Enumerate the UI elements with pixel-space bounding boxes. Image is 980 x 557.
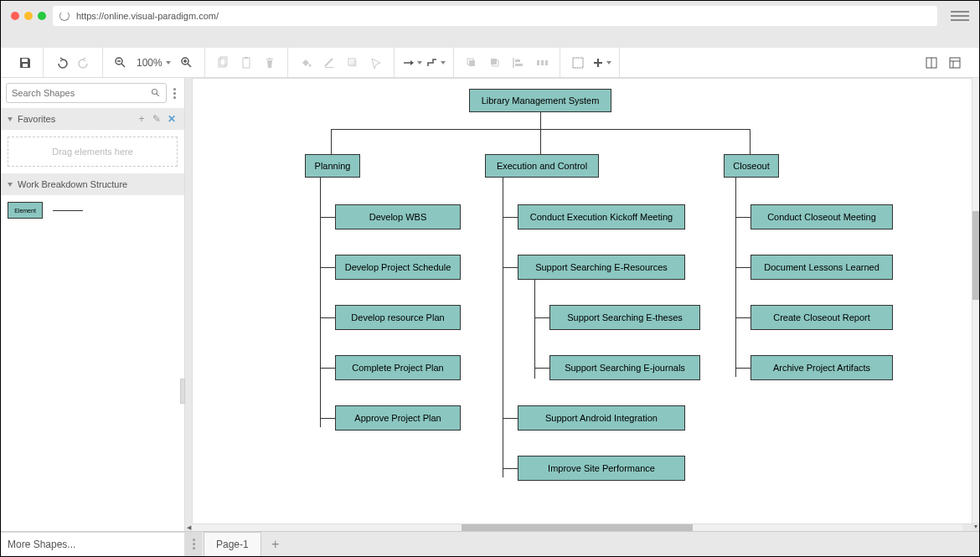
- svg-rect-9: [243, 58, 250, 68]
- url-bar[interactable]: https://online.visual-paradigm.com/: [53, 6, 937, 26]
- wbs-diagram: Library Management System Planning Execu…: [193, 79, 972, 523]
- favorites-drop-zone[interactable]: Drag elements here: [8, 137, 178, 167]
- element-shape[interactable]: Element: [8, 202, 43, 219]
- zoom-in-button[interactable]: [176, 52, 198, 74]
- drop-hint: Drag elements here: [52, 147, 133, 157]
- search-input[interactable]: [12, 88, 151, 98]
- search-options-icon[interactable]: [170, 88, 179, 99]
- node-col3-3[interactable]: Archive Project Artifacts: [750, 355, 893, 380]
- node-execution[interactable]: Execution and Control: [485, 154, 599, 178]
- undo-button[interactable]: [50, 52, 72, 74]
- canvas[interactable]: Library Management System Planning Execu…: [192, 78, 972, 524]
- scroll-down-icon[interactable]: ▼: [972, 523, 979, 529]
- node-closeout[interactable]: Closeout: [724, 154, 779, 178]
- node-col2-0[interactable]: Conduct Execution Kickoff Meeting: [518, 204, 685, 230]
- svg-rect-10: [245, 57, 248, 59]
- wbs-label: Work Breakdown Structure: [18, 179, 127, 189]
- chevron-down-icon: [606, 61, 611, 64]
- reload-icon[interactable]: [59, 11, 70, 21]
- add-button[interactable]: [591, 52, 612, 74]
- collapse-icon: [8, 117, 13, 121]
- toolbar: 100%: [1, 48, 979, 78]
- shadow-button[interactable]: [342, 52, 364, 74]
- hscroll-thumb[interactable]: [462, 524, 693, 531]
- svg-rect-26: [573, 58, 583, 68]
- more-shapes-button[interactable]: More Shapes...: [1, 532, 184, 555]
- minimize-window-icon[interactable]: [24, 12, 33, 20]
- sidebar: Favorites + ✎ ✕ Drag elements here Work …: [1, 78, 185, 531]
- node-col2-sub-0[interactable]: Support Searching E-theses: [549, 305, 700, 330]
- style-button[interactable]: [365, 52, 387, 74]
- chevron-down-icon: [441, 61, 446, 64]
- traffic-lights: [11, 12, 46, 20]
- search-shapes-input[interactable]: [6, 83, 167, 103]
- fill-button[interactable]: [295, 52, 317, 74]
- node-col2-sub-1[interactable]: Support Searching E-journals: [549, 355, 700, 380]
- node-col3-1[interactable]: Document Lessons Learned: [750, 255, 893, 280]
- waypoint-button[interactable]: [425, 52, 446, 74]
- grid-button[interactable]: [567, 52, 589, 74]
- maximize-window-icon[interactable]: [38, 12, 46, 20]
- page-tab-1[interactable]: Page-1: [204, 532, 261, 556]
- edit-favorite-icon[interactable]: ✎: [151, 113, 162, 125]
- node-root[interactable]: Library Management System: [469, 89, 611, 112]
- stroke-button[interactable]: [318, 52, 340, 74]
- vertical-scrollbar[interactable]: ▲ ▼: [972, 78, 979, 523]
- node-col1-0[interactable]: Develop WBS: [335, 204, 461, 230]
- menu-icon[interactable]: [951, 8, 969, 23]
- node-col1-2[interactable]: Develop resource Plan: [335, 305, 461, 330]
- main-area: Favorites + ✎ ✕ Drag elements here Work …: [1, 78, 979, 531]
- app-gap: [1, 31, 979, 48]
- zoom-out-button[interactable]: [110, 52, 132, 74]
- node-col1-3[interactable]: Complete Project Plan: [335, 355, 461, 380]
- node-col1-4[interactable]: Approve Project Plan: [335, 405, 461, 431]
- distribute-button[interactable]: [531, 52, 553, 74]
- node-col2-2[interactable]: Support Android Integration: [518, 405, 685, 431]
- delete-button[interactable]: [259, 52, 281, 74]
- svg-rect-12: [325, 67, 333, 68]
- outline-panel-button[interactable]: [944, 52, 966, 74]
- node-planning[interactable]: Planning: [305, 154, 360, 178]
- svg-line-1: [121, 64, 125, 67]
- search-icon: [151, 88, 161, 98]
- canvas-wrap: Library Management System Planning Execu…: [185, 78, 979, 531]
- node-col2-3[interactable]: Improve Site Performance: [518, 456, 685, 481]
- favorites-section[interactable]: Favorites + ✎ ✕: [1, 108, 184, 130]
- add-favorite-icon[interactable]: +: [136, 113, 147, 125]
- svg-point-34: [152, 90, 157, 95]
- svg-rect-18: [491, 59, 497, 64]
- vscroll-thumb[interactable]: [972, 211, 979, 300]
- tab-drag-handle[interactable]: [185, 532, 202, 556]
- close-window-icon[interactable]: [11, 12, 19, 20]
- node-col2-1[interactable]: Support Searching E-Resources: [518, 255, 685, 280]
- to-front-button[interactable]: [461, 52, 482, 74]
- copy-button[interactable]: [212, 52, 234, 74]
- node-col3-2[interactable]: Create Closeout Report: [750, 305, 893, 330]
- connector-shape[interactable]: [53, 210, 83, 211]
- redo-button[interactable]: [74, 52, 95, 74]
- format-panel-button[interactable]: [921, 52, 942, 74]
- paste-button[interactable]: [235, 52, 257, 74]
- url-text: https://online.visual-paradigm.com/: [76, 11, 219, 21]
- element-shape-label: Element: [14, 208, 36, 214]
- zoom-level[interactable]: 100%: [133, 57, 174, 69]
- scroll-left-icon[interactable]: ◀: [185, 524, 192, 531]
- add-page-button[interactable]: +: [263, 532, 288, 556]
- node-col3-0[interactable]: Conduct Closeout Meeting: [750, 204, 893, 230]
- svg-rect-14: [350, 60, 357, 67]
- svg-rect-25: [545, 60, 548, 65]
- svg-rect-16: [469, 60, 475, 66]
- wbs-section[interactable]: Work Breakdown Structure: [1, 173, 184, 195]
- svg-rect-23: [537, 60, 539, 65]
- align-button[interactable]: [508, 52, 529, 74]
- svg-line-4: [188, 64, 191, 67]
- svg-line-35: [157, 94, 159, 96]
- browser-bar: https://online.visual-paradigm.com/: [1, 1, 979, 31]
- close-favorite-icon[interactable]: ✕: [166, 113, 178, 125]
- node-col1-1[interactable]: Develop Project Schedule: [335, 255, 461, 280]
- to-back-button[interactable]: [484, 52, 506, 74]
- save-button[interactable]: [14, 52, 36, 74]
- horizontal-scrollbar[interactable]: ◀ ▶: [192, 524, 962, 531]
- connector-button[interactable]: [401, 52, 423, 74]
- svg-point-11: [308, 64, 311, 66]
